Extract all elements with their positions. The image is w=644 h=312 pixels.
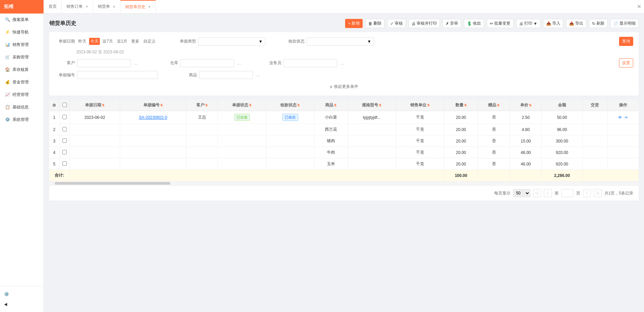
action-edit[interactable]: ✏ xyxy=(625,115,628,120)
shortcut-yesterday[interactable]: 昨天 xyxy=(77,38,88,45)
table-row: 1 2023-06-02 SA-20230602-0 王总 已生效 已收款 小白… xyxy=(49,111,639,124)
page-header: 销货单历史 + 新增 🗑 删除 ✓ 审核 🖨 审核并打印 xyxy=(49,19,639,28)
customer-input[interactable] xyxy=(77,59,131,67)
doc-type-select[interactable]: ▼ xyxy=(198,37,265,46)
sidebar-item-label: 销售管理 xyxy=(12,42,29,48)
audit-print-button[interactable]: 🖨 审核并打印 xyxy=(409,19,440,28)
money-icon: 💲 xyxy=(467,21,472,26)
tab-sales-goods[interactable]: 销货单 ✕ xyxy=(93,0,120,13)
delete-button[interactable]: 🗑 删除 xyxy=(365,19,385,28)
import-button[interactable]: 📥 导入 xyxy=(543,19,563,28)
sidebar-collapse-btn[interactable]: ◀ xyxy=(0,299,44,309)
cell-checkbox[interactable] xyxy=(59,124,69,135)
customer-ellipsis[interactable]: ... xyxy=(133,61,139,66)
goods-input[interactable] xyxy=(199,71,253,79)
cell-checkbox[interactable] xyxy=(59,111,69,124)
cell-checkbox[interactable] xyxy=(59,158,69,170)
th-customer[interactable]: 客户 ⇅ xyxy=(186,100,218,111)
sidebar-item-stock-calc[interactable]: 🏠 库存核算 xyxy=(0,63,44,76)
add-button[interactable]: + 新增 xyxy=(345,19,363,28)
page-input[interactable]: 1 xyxy=(561,189,573,197)
row-checkbox[interactable] xyxy=(62,138,67,143)
th-payment-status[interactable]: 收款状态 ⇅ xyxy=(266,100,314,111)
total-quantity: 100.00 xyxy=(444,170,478,181)
row-checkbox[interactable] xyxy=(62,150,67,154)
sidebar-item-basic-info[interactable]: 📋 基础信息 xyxy=(0,101,44,113)
pagination-prev[interactable]: ⟨ xyxy=(544,189,552,197)
row-checkbox[interactable] xyxy=(62,115,67,119)
sidebar-item-search-menu[interactable]: 🔍 搜索菜单 xyxy=(0,14,44,26)
horizontal-scrollbar[interactable] xyxy=(49,181,639,185)
tab-sales-order[interactable]: 销售订单 ✕ xyxy=(62,0,93,13)
th-doc-no[interactable]: 单据编号 ⇅ xyxy=(120,100,186,111)
abandon-button[interactable]: ✗ 弃审 xyxy=(443,19,461,28)
tab-home[interactable]: 首页 xyxy=(44,0,62,13)
sidebar-item-quick-nav[interactable]: ⚡ 快捷导航 xyxy=(0,26,44,38)
sidebar-item-label: 基础信息 xyxy=(12,104,29,110)
pagination-last[interactable]: ⟩⟩ xyxy=(594,189,602,197)
th-spec[interactable]: 规格型号 ⇅ xyxy=(348,100,396,111)
th-checkbox[interactable] xyxy=(59,100,69,111)
th-doc-date[interactable]: 单据日期 ⇅ xyxy=(69,100,120,111)
sidebar-item-purchase-mgmt[interactable]: 🛒 采购管理 xyxy=(0,51,44,63)
staff-input[interactable] xyxy=(283,59,337,67)
payment-status-select[interactable]: ▼ xyxy=(307,37,374,46)
tab-close-sales-goods[interactable]: ✕ xyxy=(113,5,115,8)
doc-type-label: 单据类型 xyxy=(176,38,196,44)
doc-no-link[interactable]: SA-20230602-0 xyxy=(139,115,167,120)
goods-ellipsis[interactable]: ... xyxy=(255,73,261,77)
per-page-select[interactable]: 10 20 50 100 xyxy=(513,189,530,197)
th-doc-status[interactable]: 单据状态 ⇅ xyxy=(218,100,266,111)
th-gift[interactable]: 赠品 ⇅ xyxy=(478,100,510,111)
refresh-button[interactable]: ↻ 刷新 xyxy=(589,19,608,28)
staff-ellipsis[interactable]: ... xyxy=(339,61,345,66)
tab-sales-history[interactable]: 销货单历史 ✕ xyxy=(120,0,156,13)
shortcut-more[interactable]: 更多 xyxy=(130,38,141,45)
tab-bar-close-all[interactable]: ✕ xyxy=(637,3,644,10)
sidebar-item-fund-mgmt[interactable]: 💰 资金管理 xyxy=(0,76,44,88)
tab-close-sales-order[interactable]: ✕ xyxy=(85,5,88,8)
warehouse-ellipsis[interactable]: ... xyxy=(236,61,242,66)
cross-icon: ✗ xyxy=(446,21,449,26)
date-shortcuts: 昨天 今天 近7天 近1月 更多 自定义 xyxy=(77,38,157,45)
sidebar-item-sys-mgmt[interactable]: ⚙️ 系统管理 xyxy=(0,113,44,126)
staff-label: 业务员 xyxy=(261,60,281,66)
shortcut-last7days[interactable]: 近7天 xyxy=(101,38,114,45)
pagination-next[interactable]: ⟩ xyxy=(583,189,591,197)
row-checkbox[interactable] xyxy=(62,161,67,166)
pagination-first[interactable]: ⟨⟨ xyxy=(533,189,541,197)
receive-button[interactable]: 💲 收款 xyxy=(464,19,484,28)
tab-close-sales-history[interactable]: ✕ xyxy=(148,5,151,9)
sidebar-item-sales-mgmt[interactable]: 📊 销售管理 xyxy=(0,38,44,51)
cell-checkbox[interactable] xyxy=(59,147,69,158)
query-button[interactable]: 查询 xyxy=(619,37,633,46)
row-checkbox[interactable] xyxy=(62,127,67,131)
th-sales-unit[interactable]: 销售单位 ⇅ xyxy=(396,100,444,111)
settings-button[interactable]: 设置 xyxy=(619,58,633,68)
docno-input[interactable] xyxy=(77,71,158,79)
settings-col-icon[interactable]: ⚙ xyxy=(52,103,56,108)
print-button[interactable]: 🖨 打印 ▼ xyxy=(516,19,540,28)
main-content: 销货单历史 + 新增 🗑 删除 ✓ 审核 🖨 审核并打印 xyxy=(44,14,644,312)
warehouse-input[interactable] xyxy=(180,59,234,67)
th-settings[interactable]: ⚙ xyxy=(49,100,59,111)
select-all-checkbox[interactable] xyxy=(62,103,67,107)
audit-button[interactable]: ✓ 审核 xyxy=(387,19,406,28)
shortcut-today[interactable]: 今天 xyxy=(89,38,100,45)
action-view[interactable]: 👁 xyxy=(618,115,622,120)
cell-spec xyxy=(348,124,396,135)
th-unit-price[interactable]: 单价 ⇅ xyxy=(510,100,542,111)
sidebar-settings-btn[interactable]: ⚙️ xyxy=(0,289,44,299)
filter-collapse-btn[interactable]: ∧ 收起更多条件 xyxy=(55,82,633,91)
th-quantity[interactable]: 数量 ⇅ xyxy=(444,100,478,111)
th-goods[interactable]: 商品 ⇅ xyxy=(314,100,348,111)
batch-change-button[interactable]: ✏ 批量变更 xyxy=(487,19,513,28)
shortcut-last1month[interactable]: 近1月 xyxy=(116,38,129,45)
show-detail-button[interactable]: 📄 显示明细 xyxy=(610,19,639,28)
total-empty4 xyxy=(582,170,639,181)
shortcut-custom[interactable]: 自定义 xyxy=(142,38,157,45)
cell-checkbox[interactable] xyxy=(59,135,69,147)
sidebar-item-ops-mgmt[interactable]: 📈 经营管理 xyxy=(0,88,44,101)
export-button[interactable]: 📤 导出 xyxy=(566,19,586,28)
cell-transaction xyxy=(582,124,608,135)
